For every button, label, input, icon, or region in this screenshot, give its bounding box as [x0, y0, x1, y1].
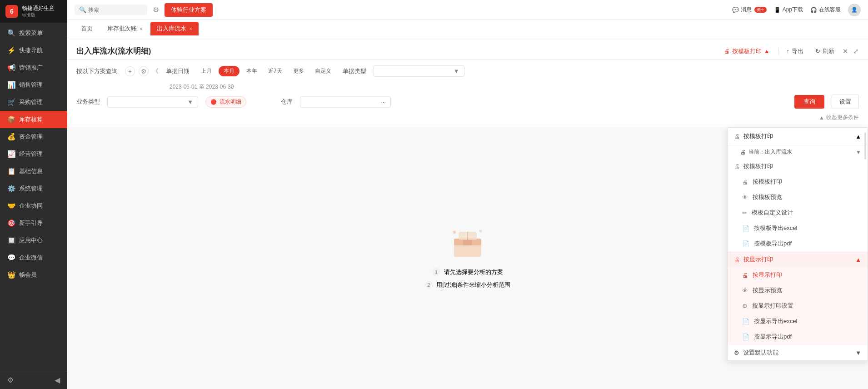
sidebar-item-basic[interactable]: 📋 基础信息 — [0, 163, 67, 180]
sidebar-item-operation[interactable]: 📈 经营管理 — [0, 145, 67, 163]
filter-add-button[interactable]: + — [125, 66, 135, 76]
tab-home-label: 首页 — [81, 25, 93, 33]
date-btn-more[interactable]: 更多 — [289, 65, 308, 77]
shortcut-icon: ⚡ — [7, 46, 15, 55]
main-content: 🔍 ⚙ 体验行业方案 💬 消息 99+ 📱 App下载 🎧 在线客服 👤 — [67, 0, 868, 389]
collapse-more-button[interactable]: ▲ 收起更多条件 — [819, 114, 859, 121]
sidebar-item-label: 快捷导航 — [19, 46, 43, 55]
template-export-excel-label: 按模板导出excel — [754, 224, 797, 232]
collapse-sidebar-icon[interactable]: ◀ — [55, 376, 60, 384]
display-preview-item[interactable]: 👁 按显示预览 — [728, 283, 868, 298]
sidebar-item-guide[interactable]: 🎯 新手引导 — [0, 214, 67, 232]
sidebar-item-label: 企业微信 — [19, 254, 43, 262]
template-export-pdf-icon: 📄 — [742, 240, 749, 247]
current-indicator: 🖨 当前：出入库流水 ▼ — [728, 145, 868, 159]
collab-icon: 🤝 — [7, 202, 15, 210]
date-btn-custom[interactable]: 自定义 — [311, 65, 335, 77]
page-close-icon[interactable]: ✕ — [843, 47, 848, 55]
default-setting-item[interactable]: ⚙ 设置默认功能 ▼ — [728, 345, 868, 360]
doc-type-select[interactable]: ▼ — [374, 65, 464, 77]
tab-flow-close-icon[interactable]: × — [189, 26, 192, 31]
topbar-search-input[interactable] — [88, 7, 138, 13]
settings-icon[interactable]: ⚙ — [7, 376, 14, 384]
template-print-item-icon: 🖨 — [742, 179, 748, 185]
template-print-section-header[interactable]: 🖨 按模板打印 — [728, 159, 868, 174]
sidebar-item-marketing[interactable]: 📢 营销推广 — [0, 59, 67, 76]
topbar-service[interactable]: 🎧 在线客服 — [810, 6, 841, 14]
user-avatar[interactable]: 👤 — [848, 4, 861, 16]
display-export-pdf-item[interactable]: 📄 按显示导出pdf — [728, 329, 868, 344]
biz-type-select[interactable]: ▼ — [107, 96, 198, 108]
sidebar-item-finance[interactable]: 💰 资金管理 — [0, 128, 67, 145]
biz-type-arrow-icon: ▼ — [187, 99, 193, 105]
topbar-message[interactable]: 💬 消息 99+ — [732, 6, 767, 14]
filter-settings-button[interactable]: ⚙ — [139, 66, 149, 76]
sidebar-item-label: 基础信息 — [19, 167, 43, 175]
current-arrow-icon: ▼ — [856, 149, 861, 155]
filter-collapse-icon[interactable]: 《 — [152, 67, 159, 75]
page-expand-icon[interactable]: ⤢ — [853, 47, 859, 55]
sidebar-item-label: 营销推广 — [19, 64, 43, 72]
print-template-button[interactable]: 🖨 按模板打印 ▲ — [720, 45, 773, 57]
default-setting-icon: ⚙ — [734, 349, 739, 356]
warehouse-label: 仓库 — [281, 98, 293, 106]
display-print-settings-icon: ⚙ — [742, 303, 748, 309]
tab-batch-close-icon[interactable]: × — [140, 26, 142, 31]
date-btn-current-month[interactable]: 本月 — [219, 66, 239, 76]
display-print-item[interactable]: 🖨 按显示打印 — [728, 267, 868, 283]
display-export-pdf-label: 按显示导出pdf — [754, 333, 792, 341]
tab-home[interactable]: 首页 — [75, 22, 99, 35]
tab-flow[interactable]: 出入库流水 × — [150, 22, 198, 35]
display-print-section-header[interactable]: 🖨 按显示打印 ▲ — [728, 252, 868, 267]
sidebar-item-label: 畅会员 — [19, 271, 37, 279]
sidebar-item-inventory[interactable]: 📦 库存核算 — [0, 111, 67, 128]
date-btn-current-year[interactable]: 本年 — [242, 65, 261, 77]
sidebar-item-label: 系统管理 — [19, 185, 43, 193]
service-label: 在线客服 — [819, 6, 841, 14]
filter-label: 按以下方案查询 — [76, 67, 118, 75]
topbar-left: 🔍 ⚙ 体验行业方案 — [75, 3, 213, 17]
export-button[interactable]: ↑ 导出 — [783, 45, 808, 57]
sidebar-item-collab[interactable]: 🤝 企业协同 — [0, 197, 67, 214]
date-btn-7days[interactable]: 近7天 — [264, 65, 286, 77]
message-icon: 💬 — [732, 7, 739, 13]
collapse-label: 收起更多条件 — [826, 114, 859, 121]
date-btn-last-month[interactable]: 上月 — [197, 65, 216, 77]
template-preview-item[interactable]: 👁 按模板预览 — [728, 190, 868, 205]
topbar-settings-icon[interactable]: ⚙ — [153, 5, 159, 14]
sidebar-item-wechat[interactable]: 💬 企业微信 — [0, 249, 67, 266]
sidebar-item-member[interactable]: 👑 畅会员 — [0, 266, 67, 284]
warehouse-select[interactable]: ··· — [300, 96, 391, 108]
refresh-button[interactable]: ↻ 刷新 — [812, 45, 838, 57]
display-export-pdf-icon: 📄 — [742, 334, 749, 340]
sales-icon: 📊 — [7, 81, 15, 89]
sidebar-item-purchase[interactable]: 🛒 采购管理 — [0, 94, 67, 111]
tab-batch[interactable]: 库存批次账 × — [101, 22, 149, 35]
panel-scrollbar[interactable] — [864, 128, 867, 360]
sidebar-item-label: 采购管理 — [19, 98, 43, 106]
sidebar-item-search[interactable]: 🔍 搜索菜单 — [0, 25, 67, 42]
sidebar-item-shortcut[interactable]: ⚡ 快捷导航 — [0, 42, 67, 59]
sidebar-item-system[interactable]: ⚙️ 系统管理 — [0, 180, 67, 197]
template-export-pdf-item[interactable]: 📄 按模板导出pdf — [728, 236, 868, 251]
dropdown-header[interactable]: 🖨 按模板打印 ▲ — [728, 128, 868, 145]
display-preview-icon: 👁 — [742, 287, 748, 294]
sidebar-item-apps[interactable]: 🔲 应用中心 — [0, 232, 67, 249]
chevron-up-icon: ▲ — [764, 48, 770, 55]
template-export-excel-item[interactable]: 📄 按模板导出excel — [728, 220, 868, 236]
template-custom-item[interactable]: ✏ 模板自定义设计 — [728, 205, 868, 220]
display-export-excel-item[interactable]: 📄 按显示导出excel — [728, 314, 868, 329]
template-print-item[interactable]: 🖨 按模板打印 — [728, 174, 868, 190]
filter-area: 按以下方案查询 + ⚙ 《 单据日期 上月 本月 本年 近7天 更多 自定义 单… — [67, 60, 868, 127]
sidebar-item-sales[interactable]: 📊 销售管理 — [0, 76, 67, 94]
topbar-app-download[interactable]: 📱 App下载 — [774, 6, 803, 14]
collapse-row: ▲ 收起更多条件 — [76, 114, 859, 121]
query-button[interactable]: 查询 — [794, 95, 824, 109]
sidebar-item-label: 库存核算 — [19, 115, 43, 124]
display-print-settings-item[interactable]: ⚙ 按显示打印设置 — [728, 298, 868, 314]
section-left: 🖨 按模板打印 — [734, 162, 773, 170]
setup-button[interactable]: 设置 — [832, 95, 859, 109]
template-custom-label: 模板自定义设计 — [752, 209, 793, 217]
industry-solution-button[interactable]: 体验行业方案 — [165, 3, 213, 17]
flow-detail-tag[interactable]: 🔴 流水明细 — [205, 96, 246, 108]
